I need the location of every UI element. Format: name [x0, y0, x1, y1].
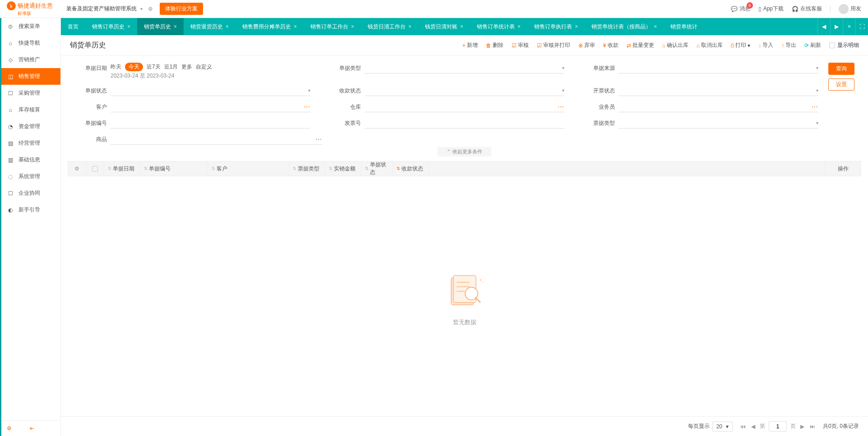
gear-icon[interactable]: ⚙: [7, 425, 12, 431]
next-page-button[interactable]: ▶: [799, 422, 805, 431]
column-tickettype[interactable]: ⇅票据类型: [289, 161, 325, 176]
more-icon[interactable]: ⋯: [812, 103, 818, 110]
paystatus-select[interactable]: ▾: [365, 85, 564, 96]
tab-fullscreen[interactable]: ⛶: [855, 18, 868, 35]
date-custom[interactable]: 自定义: [196, 63, 212, 71]
last-page-button[interactable]: ⏭: [809, 422, 816, 431]
tab-scroll-right[interactable]: ▶: [830, 18, 843, 35]
export-button[interactable]: ↑导出: [781, 41, 796, 49]
docno-input[interactable]: [111, 118, 310, 129]
close-icon[interactable]: ×: [226, 23, 229, 30]
sidebar-item-system[interactable]: ◌系统管理: [0, 168, 60, 185]
tab-close-all[interactable]: ×: [843, 18, 855, 35]
tab-daily-reconcile[interactable]: 钱货日清对账×: [418, 18, 470, 35]
collapse-filters-button[interactable]: ⌃ 收起更多条件: [438, 147, 491, 156]
sidebar-item-enterprise[interactable]: ☐企业协同: [0, 185, 60, 202]
more-icon[interactable]: ⋯: [304, 103, 310, 110]
tab-shipment-stats-product[interactable]: 销货单统计表（按商品）×: [585, 18, 664, 35]
show-detail-checkbox[interactable]: 显示明细: [829, 41, 859, 49]
column-paystatus[interactable]: ⇅收款状态: [393, 161, 429, 176]
page-input[interactable]: [769, 421, 787, 431]
batch-change-button[interactable]: ⇄批量变更: [627, 41, 654, 49]
first-page-button[interactable]: ⏮: [739, 422, 747, 431]
add-button[interactable]: +新增: [462, 41, 478, 49]
close-icon[interactable]: ×: [654, 23, 657, 30]
tab-home[interactable]: 首页: [61, 18, 85, 35]
type-select[interactable]: ▾: [365, 63, 564, 73]
close-icon[interactable]: ×: [174, 23, 177, 30]
warehouse-input[interactable]: ⋯: [365, 101, 564, 112]
sidebar-item-search[interactable]: ⊙搜索菜单: [0, 18, 60, 35]
close-icon[interactable]: ×: [127, 23, 130, 30]
audit-button[interactable]: ☑审核: [512, 41, 529, 49]
delete-button[interactable]: 🗑删除: [486, 41, 503, 49]
sidebar-item-baseinfo[interactable]: ▥基础信息: [0, 151, 60, 168]
product-input[interactable]: ⋯: [111, 134, 322, 145]
setting-button[interactable]: 设置: [828, 78, 854, 91]
page-size-select[interactable]: 20 ▾: [712, 422, 733, 431]
column-docno[interactable]: ⇅单据编号: [140, 161, 208, 176]
table-settings-button[interactable]: ⚙: [68, 161, 86, 176]
column-status[interactable]: ⇅单据状态: [361, 161, 393, 176]
user-menu[interactable]: 用友: [839, 4, 861, 14]
message-button[interactable]: 💬 消息 6: [731, 5, 750, 13]
status-select[interactable]: ▾: [111, 85, 310, 96]
tickettype-select[interactable]: ▾: [619, 118, 818, 129]
sidebar-item-marketing[interactable]: ◇营销推广: [0, 51, 60, 68]
invoicestatus-select[interactable]: ▾: [619, 85, 818, 96]
date-7d[interactable]: 近7天: [147, 63, 161, 71]
close-icon[interactable]: ×: [517, 23, 521, 30]
collapse-icon[interactable]: ⇤: [30, 425, 34, 431]
abandon-button[interactable]: ⊗弃审: [578, 41, 595, 49]
gear-icon[interactable]: ⚙: [148, 6, 153, 12]
close-icon[interactable]: ×: [294, 23, 297, 30]
more-icon[interactable]: ⋯: [315, 136, 322, 143]
collect-button[interactable]: ¥收款: [603, 41, 619, 49]
close-icon[interactable]: ×: [351, 23, 354, 30]
sidebar-item-quicknav[interactable]: ⌂快捷导航: [0, 35, 60, 51]
confirm-out-button[interactable]: ⌂确认出库: [662, 41, 688, 49]
tab-scroll-left[interactable]: ◀: [817, 18, 830, 35]
experience-button[interactable]: 体验行业方案: [160, 3, 203, 15]
tab-shipment-stats[interactable]: 销货单统计: [664, 18, 704, 35]
sidebar-item-finance[interactable]: ◔资金管理: [0, 118, 60, 135]
tab-return-history[interactable]: 销货退货历史×: [184, 18, 235, 35]
tab-order-workbench[interactable]: 销售订单工作台×: [304, 18, 361, 35]
tab-sales-order-history[interactable]: 销售订单历史×: [85, 18, 137, 35]
sidebar-item-purchase[interactable]: ☐采购管理: [0, 85, 60, 101]
date-today[interactable]: 今天: [125, 63, 143, 71]
prev-page-button[interactable]: ◀: [750, 422, 756, 431]
system-selector[interactable]: 装备及固定资产辅助管理系统 ▾: [66, 5, 143, 13]
sidebar-item-sales[interactable]: ◫销售管理: [0, 68, 60, 85]
tab-order-stats[interactable]: 销售订单统计表×: [470, 18, 527, 35]
refresh-button[interactable]: ⟳刷新: [804, 41, 821, 49]
audit-print-button[interactable]: ☑审核并打印: [537, 41, 570, 49]
select-all-checkbox[interactable]: [86, 161, 104, 176]
date-yesterday[interactable]: 昨天: [111, 63, 121, 71]
online-service-button[interactable]: 🎧 在线客服: [792, 5, 822, 13]
sidebar-item-inventory[interactable]: ⌂库存核算: [0, 101, 60, 118]
date-more[interactable]: 更多: [181, 63, 192, 71]
query-button[interactable]: 查询: [828, 63, 854, 75]
cancel-out-button[interactable]: ⌂取消出库: [697, 41, 723, 49]
column-amount[interactable]: ⇅实销金额: [325, 161, 361, 176]
column-customer[interactable]: ⇅客户: [208, 161, 289, 176]
import-button[interactable]: ↓导入: [758, 41, 773, 49]
tab-expense-history[interactable]: 销售费用分摊单历史×: [235, 18, 304, 35]
date-1m[interactable]: 近1月: [164, 63, 178, 71]
more-icon[interactable]: ⋯: [558, 103, 564, 110]
sidebar-item-guide[interactable]: ◐新手引导: [0, 202, 60, 218]
source-select[interactable]: ▾: [619, 63, 818, 73]
invoiceno-input[interactable]: [365, 118, 564, 129]
salesperson-input[interactable]: ⋯: [619, 101, 818, 112]
close-icon[interactable]: ×: [460, 23, 463, 30]
close-icon[interactable]: ×: [575, 23, 578, 30]
column-date[interactable]: ⇅单据日期: [104, 161, 140, 176]
customer-input[interactable]: ⋯: [111, 101, 310, 112]
tab-shipment-history[interactable]: 销货单历史×: [137, 18, 184, 35]
close-icon[interactable]: ×: [408, 23, 411, 30]
tab-order-exec[interactable]: 销售订单执行表×: [527, 18, 585, 35]
print-button[interactable]: ⎙打印▾: [731, 41, 750, 49]
sidebar-item-operation[interactable]: ▤经营管理: [0, 135, 60, 151]
app-download-button[interactable]: ▯ App下载: [758, 5, 784, 13]
